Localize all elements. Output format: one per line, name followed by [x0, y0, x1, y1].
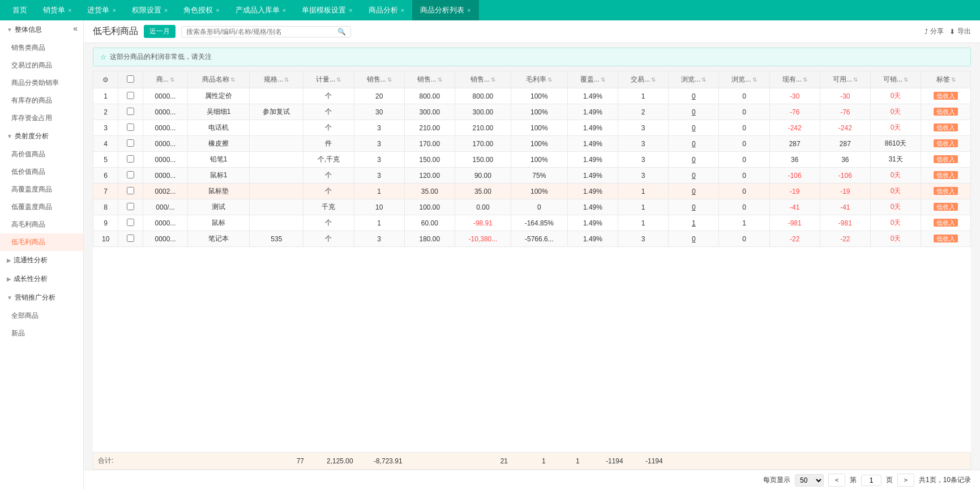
next-page-button[interactable]: ＞ [897, 474, 914, 487]
sidebar-item-low-value[interactable]: 低价值商品 [0, 163, 83, 181]
row-checkbox[interactable] [118, 88, 143, 104]
share-button[interactable]: ⤴ 分享 [925, 27, 944, 36]
row-select-checkbox[interactable] [127, 92, 134, 99]
col-checkbox[interactable] [118, 71, 143, 88]
nav-close-icon[interactable]: × [467, 7, 470, 14]
nav-home[interactable]: 首页 [5, 0, 35, 20]
col-sales-profit[interactable]: 销售...⇅ [455, 71, 511, 88]
col-available-stock[interactable]: 可用...⇅ [820, 71, 870, 88]
sidebar-group-marketing[interactable]: ▼ 营销推广分析 [0, 288, 83, 307]
page-number-input[interactable] [861, 475, 881, 486]
row-select-checkbox[interactable] [127, 155, 134, 163]
row-select-checkbox[interactable] [127, 235, 134, 242]
sidebar-item-high-margin[interactable]: 高毛利商品 [0, 216, 83, 233]
row-tag: 低收入 [921, 120, 971, 136]
row-select-checkbox[interactable] [127, 123, 134, 131]
row-select-checkbox[interactable] [127, 203, 134, 210]
row-checkbox[interactable] [118, 231, 143, 247]
select-all-checkbox[interactable] [127, 75, 134, 83]
search-icon[interactable]: 🔍 [337, 28, 346, 36]
row-views1[interactable]: 0 [669, 184, 719, 199]
nav-role-auth[interactable]: 角色授权 × [176, 0, 227, 20]
page-size-select[interactable]: 50 100 200 [795, 474, 824, 487]
row-views1[interactable]: 0 [669, 88, 719, 104]
row-checkbox[interactable] [118, 184, 143, 199]
nav-sales-order[interactable]: 销货单 × [35, 0, 79, 20]
col-views2[interactable]: 浏览...⇅ [719, 71, 769, 88]
row-views1[interactable]: 0 [669, 120, 719, 136]
col-name[interactable]: 商品名称⇅ [187, 71, 250, 88]
row-spec [250, 199, 303, 215]
row-checkbox[interactable] [118, 199, 143, 215]
prev-page-button[interactable]: ＜ [828, 474, 845, 487]
col-current-stock[interactable]: 现有...⇅ [769, 71, 820, 88]
nav-close-icon[interactable]: × [112, 7, 115, 14]
export-button[interactable]: ⬇ 导出 [949, 27, 971, 36]
nav-close-icon[interactable]: × [401, 7, 404, 14]
sidebar-item-high-value[interactable]: 高价值商品 [0, 146, 83, 163]
sidebar-item-low-coverage[interactable]: 低覆盖度商品 [0, 198, 83, 216]
sidebar-item-new-products[interactable]: 新品 [0, 325, 83, 342]
nav-product-analysis[interactable]: 商品分析 × [361, 0, 412, 20]
row-views1[interactable]: 0 [669, 231, 719, 247]
nav-close-icon[interactable]: × [349, 7, 352, 14]
row-select-checkbox[interactable] [127, 219, 134, 226]
row-checkbox[interactable] [118, 152, 143, 168]
sidebar-item-in-stock[interactable]: 有库存的商品 [0, 92, 83, 109]
sidebar-group-overall[interactable]: ▼ 整体信息 [0, 20, 67, 39]
col-settings[interactable]: ⚙ [93, 71, 118, 88]
nav-permissions[interactable]: 权限设置 × [124, 0, 176, 20]
row-views1[interactable]: 0 [669, 199, 719, 215]
row-select-checkbox[interactable] [127, 171, 134, 178]
search-input[interactable] [186, 28, 337, 36]
nav-product-inbound[interactable]: 产成品入库单 × [228, 0, 294, 20]
row-views1[interactable]: 1 [669, 215, 719, 231]
sidebar-group-growth[interactable]: ▶ 成长性分析 [0, 270, 83, 288]
sidebar-item-category-rate[interactable]: 商品分类助销率 [0, 74, 83, 92]
row-checkbox[interactable] [118, 168, 143, 184]
col-unit[interactable]: 计量...⇅ [303, 71, 354, 88]
row-checkbox[interactable] [118, 104, 143, 120]
sidebar-item-sales-products[interactable]: 销售类商品 [0, 39, 83, 57]
nav-purchase-order[interactable]: 进货单 × [79, 0, 123, 20]
row-checkbox[interactable] [118, 136, 143, 152]
sidebar-item-traded-products[interactable]: 交易过的商品 [0, 57, 83, 74]
row-views1[interactable]: 0 [669, 104, 719, 120]
row-checkbox[interactable] [118, 120, 143, 136]
nav-product-analysis-list[interactable]: 商品分析列表 × [412, 0, 478, 20]
sidebar-collapse-button[interactable]: « [70, 23, 81, 34]
nav-template-settings[interactable]: 单据模板设置 × [294, 0, 360, 20]
row-views1[interactable]: 0 [669, 168, 719, 184]
sidebar-item-low-margin[interactable]: 低毛利商品 [0, 233, 83, 251]
nav-close-icon[interactable]: × [283, 7, 286, 14]
sidebar-item-stock-capital[interactable]: 库存资金占用 [0, 109, 83, 127]
nav-close-icon[interactable]: × [68, 7, 71, 14]
col-sales-amount[interactable]: 销售...⇅ [404, 71, 455, 88]
row-views1[interactable]: 0 [669, 152, 719, 168]
table-row: 3 0000... 电话机 个 3 210.00 210.00 100% 1.4… [93, 120, 971, 136]
sidebar-item-all-products[interactable]: 全部商品 [0, 307, 83, 325]
col-tag[interactable]: 标签⇅ [921, 71, 971, 88]
col-coverage[interactable]: 覆盖...⇅ [567, 71, 618, 88]
sidebar-group-flow[interactable]: ▶ 流通性分析 [0, 251, 83, 270]
sidebar-group-coverage[interactable]: ▼ 类射度分析 [0, 127, 83, 146]
col-spec[interactable]: 规格...⇅ [250, 71, 303, 88]
total-info: 共1页，10条记录 [919, 475, 971, 485]
row-select-checkbox[interactable] [127, 187, 134, 194]
col-gross-margin[interactable]: 毛利率⇅ [511, 71, 567, 88]
row-select-checkbox[interactable] [127, 139, 134, 147]
nav-close-icon[interactable]: × [216, 7, 219, 14]
col-views1[interactable]: 浏览...⇅ [669, 71, 719, 88]
row-views1[interactable]: 0 [669, 136, 719, 152]
col-sellable-days[interactable]: 可销...⇅ [870, 71, 921, 88]
nav-close-icon[interactable]: × [164, 7, 168, 14]
sidebar-item-high-coverage[interactable]: 高覆盖度商品 [0, 181, 83, 198]
col-sales-qty[interactable]: 销售...⇅ [354, 71, 404, 88]
col-code[interactable]: 商...⇅ [143, 71, 188, 88]
row-select-checkbox[interactable] [127, 108, 134, 115]
row-checkbox[interactable] [118, 215, 143, 231]
filter-button[interactable]: 近一月 [144, 25, 176, 38]
col-trade-count[interactable]: 交易...⇅ [618, 71, 669, 88]
row-sales-qty: 30 [354, 104, 404, 120]
footer-views1: 1 [527, 457, 560, 465]
